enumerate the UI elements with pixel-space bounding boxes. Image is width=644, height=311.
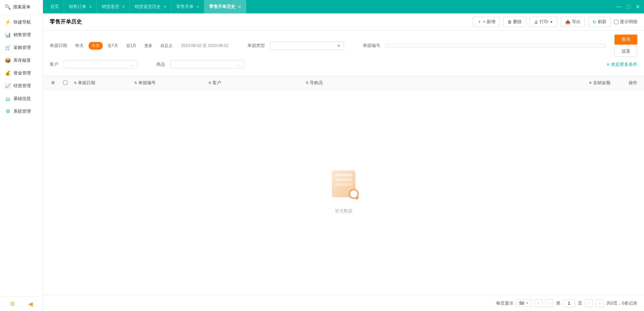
col-checkbox[interactable] xyxy=(59,81,71,85)
custom-btn[interactable]: 自定义 xyxy=(157,42,176,50)
next-page-btn[interactable]: › xyxy=(585,299,593,307)
basic-info-icon: 🗂 xyxy=(5,96,11,102)
display-detail-checkbox[interactable] xyxy=(614,20,618,24)
tab-sales-order-label: 销售订单 xyxy=(69,4,86,10)
inventory-icon: 📦 xyxy=(5,57,11,63)
today-btn[interactable]: 今天 xyxy=(89,42,103,50)
tab-retail-history-close[interactable]: ✕ xyxy=(238,5,241,9)
tab-bar: 首页 销售订单 ✕ 销货退货 ✕ 销货退货历史 ✕ 零售开单 ✕ 零售开单历史 … xyxy=(43,0,644,13)
page-input[interactable] xyxy=(563,299,575,307)
sidebar-item-inventory[interactable]: 📦 库存核算 xyxy=(0,54,43,67)
empty-state: 暂无数据 xyxy=(43,90,644,295)
sidebar-item-basic-info[interactable]: 🗂 基础信息 xyxy=(0,92,43,105)
window-close-btn[interactable]: ✕ xyxy=(634,2,641,11)
tab-sales-return-history[interactable]: 销货退货历史 ✕ xyxy=(130,0,171,13)
date-range-display: 2023-06-02 至 2023-06-02 xyxy=(181,43,228,49)
sidebar-item-purchase-mgmt[interactable]: 🛒 采购管理 xyxy=(0,41,43,54)
sales-icon: 📊 xyxy=(5,32,11,38)
col-customer[interactable]: ⇅ 客户 xyxy=(206,80,303,86)
sort-icon-amount: ⇅ xyxy=(589,81,592,85)
per-page-value: 50 xyxy=(519,301,524,306)
yesterday-btn[interactable]: 昨天 xyxy=(72,42,87,50)
col-num[interactable]: ⇅ 单据编号 xyxy=(132,80,206,86)
window-maximize-btn[interactable]: □ xyxy=(626,2,632,11)
tab-sales-return-history-close[interactable]: ✕ xyxy=(163,5,166,9)
filter-area: 单据日期 昨天 今天 近7天 近1月 更多 自定义 2023-06-02 至 2… xyxy=(43,31,644,76)
sidebar-item-label: 经营管理 xyxy=(13,83,31,89)
sidebar: 🔍 搜索菜单 ⚡ 快捷导航 📊 销售管理 🛒 采购管理 📦 库存核算 💰 资金管… xyxy=(0,0,43,311)
refresh-button[interactable]: ↻ 刷新 xyxy=(588,17,611,27)
doc-num-input[interactable] xyxy=(386,44,606,47)
filter-row-2: 客户 ... 商品 ... ∧ 收起更多条件 xyxy=(50,60,637,68)
sidebar-item-operations[interactable]: 📈 经营管理 xyxy=(0,80,43,92)
first-page-btn[interactable]: « xyxy=(535,299,543,307)
tab-home[interactable]: 首页 xyxy=(46,0,64,13)
col-settings[interactable]: ⚙ xyxy=(47,80,59,85)
sidebar-item-label: 资金管理 xyxy=(13,70,31,76)
add-button[interactable]: ＋ + 新增 xyxy=(473,17,500,27)
more-btn[interactable]: 更多 xyxy=(141,42,155,50)
sidebar-item-finance[interactable]: 💰 资金管理 xyxy=(0,67,43,80)
select-all-checkbox[interactable] xyxy=(63,81,67,85)
sidebar-item-label: 基础信息 xyxy=(13,96,31,102)
delete-button[interactable]: 🗑 删除 xyxy=(503,17,526,27)
tab-sales-return-label: 销货退货 xyxy=(102,4,119,10)
last7-btn[interactable]: 近7天 xyxy=(105,42,121,50)
tab-retail-history[interactable]: 零售开单历史 ✕ xyxy=(204,0,246,13)
window-minimize-btn[interactable]: — xyxy=(615,2,623,11)
tab-sales-return-history-label: 销货退货历史 xyxy=(135,4,161,10)
query-button[interactable]: 查询 xyxy=(614,35,637,45)
page-title: 零售开单历史 xyxy=(50,18,82,25)
collapse-up-icon: ∧ xyxy=(606,62,610,67)
tab-sales-return[interactable]: 销货退货 ✕ xyxy=(97,0,130,13)
export-icon: 📤 xyxy=(565,19,571,24)
tab-sales-order[interactable]: 销售订单 ✕ xyxy=(64,0,97,13)
per-page-label: 每页显示 xyxy=(496,300,513,306)
export-button[interactable]: 📤 导出 xyxy=(561,17,585,27)
customer-dots-icon: ... xyxy=(131,62,135,67)
tab-retail-open[interactable]: 零售开单 ✕ xyxy=(171,0,204,13)
sort-icon-date: ⇅ xyxy=(74,81,77,85)
last-month-btn[interactable]: 近1月 xyxy=(123,42,140,50)
sidebar-item-label: 库存核算 xyxy=(13,57,31,63)
pagination-summary: 共0页，0条记录 xyxy=(606,300,637,306)
add-icon: ＋ xyxy=(477,19,482,25)
doc-type-label: 单据类型 xyxy=(247,43,265,49)
goods-input[interactable]: ... xyxy=(170,60,244,68)
col-amount[interactable]: ⇅ 实销金额 xyxy=(553,80,613,86)
tab-sales-return-close[interactable]: ✕ xyxy=(122,5,125,9)
customer-label: 客户 xyxy=(50,61,58,67)
per-page-select[interactable]: 50 ▼ xyxy=(516,300,532,307)
col-date[interactable]: ⇅ 单据日期 xyxy=(71,80,132,86)
display-detail-checkbox-label[interactable]: 显示明细 xyxy=(614,19,637,25)
page-label-end: 页 xyxy=(578,300,582,306)
tab-retail-open-close[interactable]: ✕ xyxy=(196,5,199,9)
sidebar-item-sys-mgmt[interactable]: ⚙ 系统管理 xyxy=(0,105,43,118)
sidebar-item-label: 系统管理 xyxy=(13,108,31,114)
delete-icon: 🗑 xyxy=(507,19,512,24)
doc-type-select[interactable]: ▼ xyxy=(270,42,344,50)
collapse-btn[interactable]: ∧ 收起更多条件 xyxy=(606,61,637,67)
customer-input[interactable]: ... xyxy=(64,60,138,68)
sidebar-item-quick-nav[interactable]: ⚡ 快捷导航 xyxy=(0,16,43,29)
sidebar-collapse-btn[interactable]: ◀ xyxy=(28,300,33,308)
sidebar-settings-btn[interactable]: ⚙ xyxy=(10,300,15,308)
search-icon: 🔍 xyxy=(5,4,11,10)
table-area: ⚙ ⇅ 单据日期 ⇅ 单据编号 ⇅ 客户 ⇅ xyxy=(43,76,644,311)
sidebar-item-sales-mgmt[interactable]: 📊 销售管理 xyxy=(0,29,43,41)
date-shortcuts: 昨天 今天 近7天 近1月 更多 自定义 xyxy=(72,42,176,50)
tab-retail-history-label: 零售开单历史 xyxy=(209,4,235,10)
goods-dots-icon: ... xyxy=(238,62,241,67)
tab-sales-order-close[interactable]: ✕ xyxy=(89,5,92,9)
sidebar-search[interactable]: 🔍 搜索菜单 xyxy=(0,0,43,14)
settings-button[interactable]: 设置 xyxy=(614,46,637,57)
prev-page-btn[interactable]: ‹ xyxy=(545,299,553,307)
print-button[interactable]: 🖨 打印 ▼ xyxy=(530,17,557,27)
operations-icon: 📈 xyxy=(5,83,11,89)
col-guide[interactable]: ⇅ 导购员 xyxy=(303,80,363,86)
per-page-dropdown-icon: ▼ xyxy=(526,301,529,305)
sort-icon-num: ⇅ xyxy=(134,81,137,85)
sys-icon: ⚙ xyxy=(5,108,11,114)
last-page-btn[interactable]: » xyxy=(596,299,604,307)
print-dropdown-icon: ▼ xyxy=(550,20,553,24)
